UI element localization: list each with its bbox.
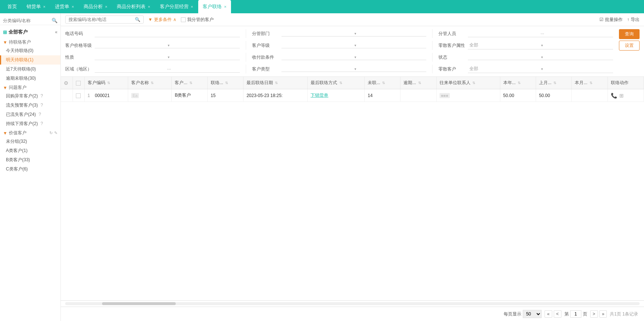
sidebar-item-c-class[interactable]: C类客户(6) xyxy=(0,165,60,174)
filter-dept: 分管部门 xyxy=(252,31,427,37)
filter-customer-type-select[interactable] xyxy=(281,66,427,72)
chevron-type xyxy=(354,67,425,71)
filter-person: 分管人员 ··· xyxy=(438,30,613,37)
chevron-price xyxy=(167,43,238,47)
sidebar-item-unsorted[interactable]: 未分组(32) xyxy=(0,137,60,146)
batch-action-button[interactable]: ☑ 批量操作 xyxy=(599,17,623,23)
refresh-icon[interactable]: ↻ xyxy=(49,131,53,135)
sort-name[interactable]: ⇅ xyxy=(151,81,154,85)
sidebar-search-input[interactable] xyxy=(3,18,52,23)
my-customer-checkbox[interactable] xyxy=(181,17,186,22)
chevron-retail xyxy=(540,43,612,47)
sidebar-group-problem: ▼ 问题客户 xyxy=(0,83,60,92)
filter-status-select[interactable] xyxy=(468,54,613,60)
sidebar-item-week[interactable]: 近7天待联络(0) xyxy=(0,65,60,74)
main-search-icon[interactable]: 🔍 xyxy=(135,17,140,22)
sidebar-item-lost[interactable]: 已流失客户(24) ? xyxy=(0,110,60,119)
nav-close-purchase[interactable]: × xyxy=(71,4,74,9)
row-checkbox[interactable] xyxy=(76,93,81,98)
page-input[interactable] xyxy=(570,310,581,318)
next-page-button[interactable]: > xyxy=(590,310,598,318)
divider2 xyxy=(432,29,433,38)
filter-customer-grade-select[interactable] xyxy=(281,42,427,48)
nav-close-customer-tier[interactable]: × xyxy=(191,4,193,9)
nav-close-customer-contact[interactable]: × xyxy=(224,4,226,9)
prev-page-button[interactable]: < xyxy=(554,310,561,318)
table-select-all[interactable] xyxy=(76,81,81,86)
sidebar-item-a-class[interactable]: A类客户(1) xyxy=(0,146,60,155)
filter-payment-select[interactable] xyxy=(281,54,427,60)
sidebar-item-lost-warning[interactable]: 流失预警客户(3) ? xyxy=(0,101,60,110)
filter-customer-type: 客户类型 xyxy=(252,66,427,72)
sort-type[interactable]: ⇅ xyxy=(189,81,192,85)
nav-customer-contact[interactable]: 客户联络 × xyxy=(198,0,231,13)
filter-phone-input[interactable] xyxy=(95,30,240,37)
nav-customer-tier[interactable]: 客户分层经营 × xyxy=(155,0,197,13)
scroll-track[interactable] xyxy=(65,302,640,305)
page-label: 第 xyxy=(564,311,569,317)
sidebar-item-declining[interactable]: 持续下滑客户(2) ? xyxy=(0,119,60,128)
nav-sales[interactable]: 销货单 × xyxy=(22,0,50,13)
sort-thismonth[interactable]: ⇅ xyxy=(589,81,592,85)
nav-home[interactable]: 首页 xyxy=(3,0,21,13)
filter-icon: ▼ xyxy=(148,17,153,22)
td-overdue xyxy=(400,89,436,102)
table-settings-icon[interactable]: ⚙ xyxy=(64,80,69,86)
export-button[interactable]: ↑ 导出 xyxy=(627,17,640,23)
my-customer-checkbox-wrap[interactable]: 我分管的客户 xyxy=(181,17,214,23)
more-filter-button[interactable]: ▼ 更多条件 ∧ xyxy=(148,17,176,23)
filter-person-select[interactable]: ··· xyxy=(468,30,613,37)
sort-contact[interactable]: ⇅ xyxy=(225,81,228,85)
sidebar-search-icon[interactable]: 🔍 xyxy=(52,18,57,23)
main-search-input[interactable] xyxy=(69,17,135,22)
nav-purchase[interactable]: 进货单 × xyxy=(50,0,78,13)
filter-customer-grade-label: 客户等级 xyxy=(252,42,281,49)
nav-close-analysis[interactable]: × xyxy=(105,4,107,9)
first-page-button[interactable]: « xyxy=(545,310,552,318)
sidebar-collapse-icon[interactable] xyxy=(55,30,57,35)
nav-analysis-list[interactable]: 商品分析列表 × xyxy=(112,0,154,13)
last-method-link[interactable]: 下销货单 xyxy=(311,93,328,98)
th-last-method: 最后联络方式 ⇅ xyxy=(308,77,365,89)
filter-retail-customer-select[interactable]: 全部 xyxy=(468,65,613,73)
sort-date[interactable]: ⇅ xyxy=(275,81,278,85)
table-area: ⚙ 客户编码 ⇅ 客户名称 ⇅ xyxy=(61,77,644,300)
pagination: 每页显示 50 100 200 « < 第 页 > » 共1页 1条记录 xyxy=(61,307,644,321)
sort-not-contact[interactable]: ⇅ xyxy=(382,81,385,85)
settings-button[interactable]: 设置 xyxy=(619,41,640,51)
sort-lastmonth[interactable]: ⇅ xyxy=(553,81,556,85)
sidebar-item-today[interactable]: 今天待联络(0) xyxy=(0,46,60,55)
filter-price-grade-select[interactable] xyxy=(95,42,240,48)
per-page-select[interactable]: 50 100 200 xyxy=(523,310,542,318)
query-button[interactable]: 查询 xyxy=(619,29,640,39)
filter-dept-select[interactable] xyxy=(281,31,427,37)
phone-action-icon[interactable]: 📞 xyxy=(611,93,617,99)
sidebar-all-customers[interactable]: ⊞ 全部客户 xyxy=(0,27,60,38)
nav-analysis[interactable]: 商品分析 × xyxy=(79,0,112,13)
sort-method[interactable]: ⇅ xyxy=(339,81,342,85)
sidebar-item-tomorrow[interactable]: 明天待联络(1) xyxy=(0,55,60,65)
filter-person-label: 分管人员 xyxy=(438,31,468,37)
last-page-button[interactable]: » xyxy=(599,310,607,318)
sort-overdue[interactable]: ⇅ xyxy=(418,81,421,85)
td-settings xyxy=(61,89,73,102)
sort-year[interactable]: ⇅ xyxy=(518,81,521,85)
edit-icon[interactable]: ✎ xyxy=(54,131,57,135)
filter-area-select[interactable]: ··· xyxy=(95,66,240,73)
sidebar-item-repurchase[interactable]: 回购异常客户(2) ? xyxy=(0,92,60,101)
triangle-icon3: ▼ xyxy=(3,131,7,136)
sidebar-item-b-class[interactable]: B类客户(33) xyxy=(0,155,60,165)
grid-action-icon[interactable]: ⊞ xyxy=(619,93,624,99)
sort-code[interactable]: ⇅ xyxy=(107,81,110,85)
filter-retail-attr-select[interactable]: 全部 xyxy=(468,41,613,49)
sidebar-item-overdue[interactable]: 逾期未联络(30) xyxy=(0,74,60,83)
th-not-contact: 未联... ⇅ xyxy=(364,77,400,89)
scroll-thumb[interactable] xyxy=(102,302,176,305)
checkbox-icon: ☑ xyxy=(599,17,603,22)
nav-close-sales[interactable]: × xyxy=(43,4,45,9)
filter-nature-select[interactable] xyxy=(95,54,240,60)
nav-close-analysis-list[interactable]: × xyxy=(148,4,150,9)
filter-area: 区域（地区） ··· xyxy=(65,66,240,73)
sort-unit[interactable]: ⇅ xyxy=(472,81,475,85)
filter-nature: 性质 xyxy=(65,54,240,61)
